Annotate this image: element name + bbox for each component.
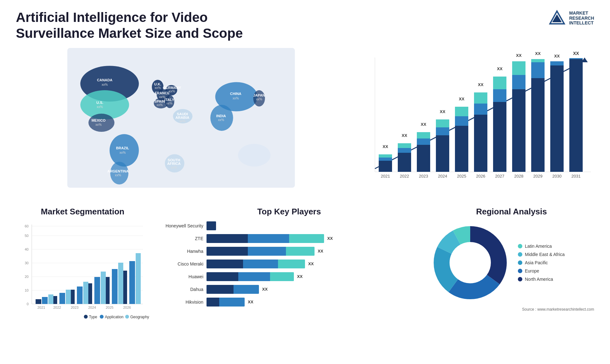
svg-text:xx%: xx% xyxy=(119,151,125,154)
svg-text:XX: XX xyxy=(383,144,388,149)
svg-rect-137 xyxy=(42,297,48,304)
svg-rect-91 xyxy=(512,89,525,172)
svg-rect-71 xyxy=(436,135,449,172)
legend-color-europe xyxy=(518,269,522,273)
segmentation-chart-svg: 0 10 20 30 40 50 60 2021 2022 2023 2024 … xyxy=(16,221,149,323)
svg-text:XX: XX xyxy=(516,53,522,58)
svg-text:10: 10 xyxy=(25,288,29,292)
svg-rect-63 xyxy=(398,143,411,148)
svg-text:CHINA: CHINA xyxy=(230,92,241,96)
svg-text:2027: 2027 xyxy=(495,174,505,179)
legend-label-europe: Europe xyxy=(525,268,539,273)
svg-text:2023: 2023 xyxy=(71,306,78,309)
svg-text:20: 20 xyxy=(25,275,29,279)
player-bar-container xyxy=(207,221,423,230)
svg-text:xx%: xx% xyxy=(155,86,161,90)
svg-rect-78 xyxy=(455,107,468,116)
svg-text:XX: XX xyxy=(478,82,484,87)
players-section: Top Key Players Honeywell Security ZTE xyxy=(156,207,423,340)
svg-rect-83 xyxy=(474,92,487,104)
svg-text:U.S.: U.S. xyxy=(96,101,103,104)
svg-text:30: 30 xyxy=(25,261,29,265)
svg-rect-98 xyxy=(531,59,545,62)
svg-text:2022: 2022 xyxy=(400,174,409,179)
svg-text:60: 60 xyxy=(25,224,29,228)
svg-rect-67 xyxy=(417,138,430,145)
player-bar-container: XX xyxy=(207,272,423,281)
player-row: Hanwha XX xyxy=(156,247,423,256)
svg-rect-81 xyxy=(474,115,487,172)
svg-text:2024: 2024 xyxy=(88,306,96,309)
svg-text:2031: 2031 xyxy=(572,174,581,179)
svg-point-8 xyxy=(110,162,128,185)
svg-text:INDIA: INDIA xyxy=(216,114,226,118)
player-row: Cisco Meraki XX xyxy=(156,260,423,268)
player-name: Hanwha xyxy=(156,249,203,254)
svg-text:xx%: xx% xyxy=(218,118,224,122)
svg-text:SPAIN: SPAIN xyxy=(154,99,165,103)
donut-area: Latin America Middle East & Africa Asia … xyxy=(429,221,594,304)
player-row: Hikvision XX xyxy=(156,298,423,307)
svg-rect-73 xyxy=(436,119,449,127)
svg-rect-58 xyxy=(379,154,392,158)
svg-rect-66 xyxy=(417,145,430,172)
bottom-section: Market Segmentation 0 10 20 30 40 50 xyxy=(16,207,594,340)
svg-rect-148 xyxy=(136,253,141,304)
legend-item-europe: Europe xyxy=(518,268,565,273)
svg-rect-61 xyxy=(398,153,411,172)
svg-rect-131 xyxy=(36,299,41,304)
svg-point-151 xyxy=(100,315,104,319)
svg-text:50: 50 xyxy=(25,234,29,238)
players-list: Honeywell Security ZTE XX xyxy=(156,221,423,307)
svg-rect-92 xyxy=(512,75,525,89)
svg-text:2026: 2026 xyxy=(476,174,485,179)
svg-rect-72 xyxy=(436,127,449,135)
svg-text:XX: XX xyxy=(535,51,541,56)
legend-item-mea: Middle East & Africa xyxy=(518,252,565,257)
svg-rect-105 xyxy=(569,59,583,172)
bar-chart-container: XX 2021 XX 2022 XX 2023 XX 2024 xyxy=(356,48,594,200)
svg-text:ARABIA: ARABIA xyxy=(175,116,189,119)
player-name: Dahua xyxy=(156,287,203,292)
svg-rect-106 xyxy=(569,58,583,59)
svg-rect-62 xyxy=(398,148,411,153)
svg-text:AFRICA: AFRICA xyxy=(167,162,180,165)
svg-rect-142 xyxy=(129,261,135,304)
segmentation-title: Market Segmentation xyxy=(16,207,149,217)
player-row: Dahua XX xyxy=(156,285,423,294)
svg-text:xx%: xx% xyxy=(256,98,262,101)
svg-rect-141 xyxy=(112,269,118,304)
svg-rect-139 xyxy=(77,286,83,304)
svg-text:xx%: xx% xyxy=(169,90,175,93)
svg-text:2021: 2021 xyxy=(381,174,390,179)
legend-color-na xyxy=(518,277,522,281)
svg-point-149 xyxy=(84,315,88,319)
logo-text: MARKET RESEARCH INTELLECT xyxy=(569,11,594,25)
svg-rect-101 xyxy=(550,65,564,172)
legend-item-latin: Latin America xyxy=(518,244,565,249)
svg-text:XX: XX xyxy=(554,54,560,58)
svg-rect-143 xyxy=(48,294,53,304)
svg-text:JAPAN: JAPAN xyxy=(253,93,265,97)
svg-rect-77 xyxy=(455,116,468,126)
svg-text:2024: 2024 xyxy=(438,174,447,179)
svg-rect-56 xyxy=(379,161,392,172)
svg-rect-82 xyxy=(474,104,487,115)
svg-text:BRAZIL: BRAZIL xyxy=(116,146,129,150)
map-container: CANADA xx% U.S. xx% MEXICO xx% BRAZIL xx… xyxy=(16,48,346,200)
svg-rect-140 xyxy=(94,277,100,304)
svg-point-7 xyxy=(110,134,139,166)
svg-text:ARGENTINA: ARGENTINA xyxy=(107,169,129,173)
svg-text:2029: 2029 xyxy=(533,174,543,179)
legend-label-apac: Asia Pacific xyxy=(525,260,548,265)
svg-text:xx%: xx% xyxy=(166,102,173,105)
logo-icon xyxy=(548,10,566,27)
svg-point-153 xyxy=(125,315,129,319)
legend-color-mea xyxy=(518,252,522,257)
svg-rect-102 xyxy=(550,61,564,65)
svg-point-19 xyxy=(238,144,270,167)
svg-text:Application: Application xyxy=(105,315,124,319)
svg-text:MEXICO: MEXICO xyxy=(92,118,106,122)
svg-rect-147 xyxy=(118,263,123,304)
svg-text:2023: 2023 xyxy=(419,174,428,179)
